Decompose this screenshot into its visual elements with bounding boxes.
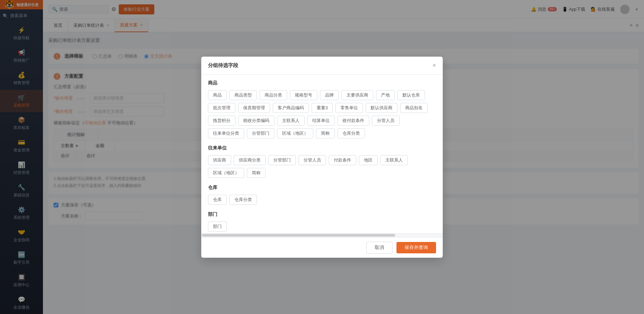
section-department: 部门 部门: [208, 211, 436, 232]
field-tag[interactable]: 供应商: [208, 155, 231, 165]
modal-close-btn[interactable]: ×: [432, 62, 436, 69]
partner-field-tags: 供应商 供应商分类 分管部门 分管人员 付款条件 地区 主联系人 区域（地区） …: [208, 155, 436, 178]
field-tag[interactable]: 仓库分类: [229, 195, 257, 205]
field-tag[interactable]: 分管部门: [247, 128, 274, 138]
field-tag[interactable]: 商品类型: [229, 90, 257, 100]
field-tag[interactable]: 收付款条件: [337, 116, 369, 126]
field-tag[interactable]: 税收分类编码: [238, 116, 274, 126]
modal-footer: 取消 保存并查询: [201, 237, 443, 258]
section-partner: 往来单位 供应商 供应商分类 分管部门 分管人员 付款条件 地区 主联系人 区域…: [208, 145, 436, 178]
warehouse-field-tags: 仓库 仓库分类: [208, 195, 436, 205]
field-tag[interactable]: 结算单位: [307, 116, 335, 126]
field-tag[interactable]: 区域（地区）: [208, 168, 244, 178]
modal-title: 分组待选字段: [208, 62, 238, 69]
section-partner-title: 往来单位: [208, 145, 436, 151]
field-tag[interactable]: 规格型号: [290, 90, 317, 100]
goods-field-tags: 商品 商品类型 商品分类 规格型号 品牌 主要供应商 产地 默认仓库 批次管理 …: [208, 90, 436, 138]
section-warehouse: 仓库 仓库 仓库分类: [208, 185, 436, 205]
field-tag[interactable]: 分管部门: [268, 155, 296, 165]
field-tag[interactable]: 付款条件: [329, 155, 356, 165]
field-tag[interactable]: 主联系人: [380, 155, 408, 165]
field-tag[interactable]: 区域（地区）: [277, 128, 313, 138]
field-tag[interactable]: 拣货积分: [208, 116, 235, 126]
section-goods-title: 商品: [208, 80, 436, 86]
field-tag[interactable]: 默认仓库: [397, 90, 425, 100]
field-tag[interactable]: 往来单位分类: [208, 128, 244, 138]
field-tag[interactable]: 商品别名: [400, 103, 428, 113]
field-tag[interactable]: 主要供应商: [341, 90, 373, 100]
field-tag[interactable]: 简称: [247, 168, 266, 178]
section-goods: 商品 商品 商品类型 商品分类 规格型号 品牌 主要供应商 产地 默认仓库 批次…: [208, 80, 436, 138]
field-tag[interactable]: 批次管理: [208, 103, 235, 113]
field-tag[interactable]: 分管人员: [372, 116, 399, 126]
field-tag[interactable]: 保质期管理: [238, 103, 270, 113]
field-tag[interactable]: 主联系人: [277, 116, 305, 126]
field-tag[interactable]: 重量3: [312, 103, 333, 113]
field-tag[interactable]: 默认供应商: [366, 103, 397, 113]
field-tag[interactable]: 地区: [359, 155, 378, 165]
section-department-title: 部门: [208, 211, 436, 217]
modal-hscroll[interactable]: [201, 233, 443, 237]
field-tag[interactable]: 商品分类: [260, 90, 287, 100]
modal-header: 分组待选字段 ×: [201, 57, 443, 75]
field-tag[interactable]: 客户商品编码: [273, 103, 309, 113]
modal-save-btn[interactable]: 保存并查询: [396, 242, 436, 253]
department-field-tags: 部门: [208, 222, 436, 232]
modal-field-select: 分组待选字段 × 商品 商品 商品类型 商品分类 规格型号 品牌 主要供应商 产…: [201, 57, 443, 258]
field-tag[interactable]: 部门: [208, 222, 227, 232]
field-tag[interactable]: 商品: [208, 90, 227, 100]
field-tag[interactable]: 零售单位: [335, 103, 363, 113]
field-tag[interactable]: 品牌: [320, 90, 339, 100]
hscroll-thumb: [202, 234, 395, 237]
field-tag[interactable]: 供应商分类: [234, 155, 266, 165]
field-tag[interactable]: 产地: [376, 90, 395, 100]
field-tag[interactable]: 仓库分类: [337, 128, 365, 138]
field-tag[interactable]: 仓库: [208, 195, 227, 205]
field-tag[interactable]: 分管人员: [299, 155, 326, 165]
modal-body: 商品 商品 商品类型 商品分类 规格型号 品牌 主要供应商 产地 默认仓库 批次…: [201, 75, 443, 233]
modal-cancel-btn[interactable]: 取消: [366, 242, 392, 254]
section-warehouse-title: 仓库: [208, 185, 436, 191]
field-tag[interactable]: 简称: [316, 128, 335, 138]
